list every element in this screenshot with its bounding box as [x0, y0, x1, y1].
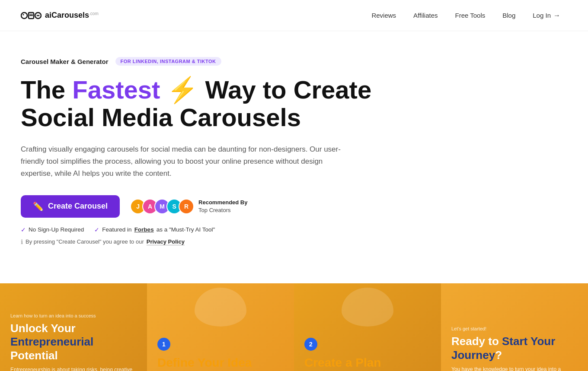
carousel-card-2: 1 Define Your Idea A solid foundation st… — [147, 283, 294, 371]
logo-icon — [21, 8, 42, 23]
platform-badge: FOR LINKEDIN, INSTAGRAM & TIKTOK — [115, 57, 221, 66]
create-carousel-button[interactable]: ✏️ Create Carousel — [21, 195, 120, 218]
forbes-link[interactable]: Forbes — [134, 226, 154, 233]
card-2-step: 1 — [157, 338, 170, 351]
card-3-blob — [342, 288, 393, 327]
badge-row: Carousel Maker & Generator FOR LINKEDIN,… — [21, 57, 403, 66]
carousel-card-1: Learn how to turn an idea into a success… — [0, 283, 147, 371]
card-3-step: 2 — [304, 338, 317, 351]
trust-row: ✓ No Sign-Up Required ✓ Featured in Forb… — [21, 226, 403, 233]
check-icon-2: ✓ — [94, 226, 99, 233]
trust-forbes: ✓ Featured in Forbes as a "Must-Try AI T… — [94, 226, 215, 233]
avatar-group: J A M S R — [130, 199, 194, 214]
recommended-text: Recommended By Top Creators — [198, 199, 247, 214]
check-icon-1: ✓ — [21, 226, 26, 233]
carousel-card-4: Let's get started! Ready to Start Your J… — [441, 283, 588, 371]
lightning-emoji: ⚡ — [167, 76, 198, 104]
card-3-heading: Create a Plan — [304, 356, 431, 370]
avatar-5: R — [179, 199, 194, 214]
nav-blog[interactable]: Blog — [495, 8, 522, 22]
card-4-body: You have the knowledge to turn your idea… — [451, 365, 578, 371]
nav-links: Reviews Affiliates Free Tools Blog Log I… — [364, 8, 567, 23]
nav-free-tools[interactable]: Free Tools — [448, 8, 492, 22]
hero-heading: The Fastest ⚡ Way to Create Social Media… — [21, 76, 403, 131]
card-4-small-text: Let's get started! — [451, 326, 578, 331]
recommended-section: J A M S R Recommended By Top Creators — [130, 199, 247, 214]
trust-no-signup: ✓ No Sign-Up Required — [21, 226, 84, 233]
login-button[interactable]: Log In → — [526, 8, 567, 23]
card-1-body: Entrepreneurship is about taking risks, … — [10, 366, 137, 371]
carousel-card-3: 2 Create a Plan Set goals, create a budg… — [294, 283, 441, 371]
nav-affiliates[interactable]: Affiliates — [406, 8, 444, 22]
cta-label: Create Carousel — [48, 202, 108, 211]
logo[interactable]: aiCarousels.com — [21, 8, 99, 23]
carousel-strip: Learn how to turn an idea into a success… — [0, 283, 588, 371]
nav-reviews[interactable]: Reviews — [364, 8, 403, 22]
info-icon: ℹ — [21, 238, 23, 245]
card-2-heading: Define Your Idea — [157, 356, 284, 370]
logo-text: aiCarousels.com — [45, 11, 99, 20]
privacy-policy-link[interactable]: Privacy Policy — [147, 238, 185, 245]
card-4-title: Ready to Start Your Journey? — [451, 335, 578, 361]
svg-point-0 — [21, 13, 27, 19]
carousel-icon: ✏️ — [33, 201, 44, 212]
hero-section: Carousel Maker & Generator FOR LINKEDIN,… — [0, 31, 424, 263]
badge-title: Carousel Maker & Generator — [21, 58, 109, 65]
login-arrow-icon: → — [553, 12, 560, 19]
svg-point-2 — [23, 14, 24, 15]
card-1-title: Unlock Your Entrepreneurial Potential — [10, 322, 137, 362]
heading-fastest: Fastest — [72, 76, 160, 104]
card-1-small-text: Learn how to turn an idea into a success — [10, 313, 137, 318]
cta-row: ✏️ Create Carousel J A M S R Recommended… — [21, 195, 403, 218]
hero-description: Crafting visually engaging carousels for… — [21, 143, 349, 180]
navbar: aiCarousels.com Reviews Affiliates Free … — [0, 0, 588, 31]
privacy-row: ℹ By pressing "Create Carousel" you agre… — [21, 238, 403, 245]
card-2-blob — [195, 288, 246, 327]
